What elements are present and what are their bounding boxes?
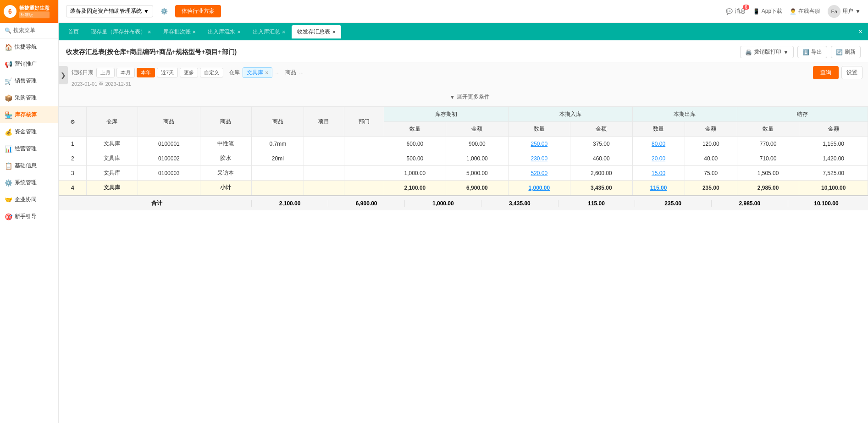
tabbar: 首页 现存量（库存分布表） × 库存批次账 × 出入库流水 × 出入库汇总 × … [59,23,868,40]
search-menu-item[interactable]: 🔍 搜索菜单 [0,23,58,38]
row-goods-spec: 0.7mm [252,137,304,151]
row-goods-spec [252,166,304,181]
date-btn-this-month[interactable]: 本月 [116,68,135,77]
user-menu[interactable]: Ea 用户 ▼ [828,5,861,18]
export-button[interactable]: ⬇️ 导出 [797,46,827,58]
main-area: 装备及固定资产辅助管理系统 ▼ ⚙️ 体验行业方案 💬 消息 6 📱 App下载… [59,0,868,423]
date-btn-more[interactable]: 更多 [180,68,198,77]
sidebar-item-inventory[interactable]: 🏪 库存核算 [0,106,58,123]
tab-inventory-dist-close[interactable]: × [148,28,151,35]
warehouse-label: 仓库 [229,69,240,77]
expand-more-row: ▼ 展开更多条件 [72,89,868,104]
tab-receive-send-label: 收发存汇总表 [297,28,330,36]
row-goods-name: 胶水 [200,151,252,166]
refresh-button[interactable]: 🔄 刷新 [831,46,861,58]
footer-balance-qty: 2,985.00 [711,200,788,207]
tab-in-out-flow-close[interactable]: × [237,28,241,35]
th-opening-amt: 金额 [446,122,508,137]
footer-values: 2,100.00 6,900.00 1,000.00 3,435.00 115.… [251,200,868,207]
sidebar-item-collab[interactable]: 🤝 企业协同 [0,191,58,208]
goods-more-dots[interactable]: ··· [299,70,304,76]
warehouse-tag-close[interactable]: × [265,70,268,76]
filter-goods-group: 商品 ··· [285,69,304,77]
export-icon: ⬇️ [802,49,809,55]
tab-in-out-summary[interactable]: 出入库汇总 × [247,25,291,38]
query-button[interactable]: 查询 [813,66,839,79]
tab-batch-ledger[interactable]: 库存批次账 × [158,25,202,38]
row-out-qty[interactable]: 115.00 [632,181,685,195]
row-goods-code: 0100002 [138,151,200,166]
sidebar-item-purchase[interactable]: 📦 采购管理 [0,89,58,106]
row-in-qty[interactable]: 1,000.00 [508,181,570,195]
date-btn-custom[interactable]: 自定义 [200,68,223,77]
row-opening-amt: 900.00 [446,137,508,151]
filter-settings-button[interactable]: 设置 [841,66,862,79]
date-btn-7days[interactable]: 近7天 [157,68,178,77]
row-department [344,137,384,151]
row-in-qty[interactable]: 230.00 [508,151,570,166]
tab-inventory-dist[interactable]: 现存量（库存分布表） × [85,25,157,38]
system-selector[interactable]: 装备及固定资产辅助管理系统 ▼ [66,5,153,17]
sidebar-item-quick-nav[interactable]: 🏠 快捷导航 [0,38,58,55]
footer-opening-amt: 6,900.00 [328,200,404,207]
collab-icon: 🤝 [5,196,12,203]
tab-batch-ledger-label: 库存批次账 [163,28,191,36]
tab-batch-ledger-close[interactable]: × [193,28,196,35]
online-service-button[interactable]: 👨‍💼 在线客服 [790,7,820,15]
th-out-amt: 金额 [685,122,737,137]
tab-receive-send[interactable]: 收发存汇总表 × [292,25,341,38]
phone-icon: 📱 [753,8,760,15]
th-settings[interactable]: ⚙ [59,107,87,137]
th-goods-spec: 商品 [252,107,304,137]
warehouse-more-dots[interactable]: ··· [275,70,280,76]
date-range-display: 2023-01-01 至 2023-12-31 [72,79,868,89]
date-btn-this-year[interactable]: 本年 [137,68,155,77]
row-opening-amt: 1,000.00 [446,151,508,166]
th-goods-code: 商品 [138,107,200,137]
row-goods-spec: 20ml [252,151,304,166]
sidebar-item-operations[interactable]: 📊 经营管理 [0,140,58,157]
th-balance-group: 结存 [737,107,868,122]
row-in-qty[interactable]: 520.00 [508,166,570,181]
sidebar-item-marketing[interactable]: 📢 营销推广 [0,55,58,72]
basic-icon: 📋 [5,162,12,170]
tab-in-out-flow-label: 出入库流水 [208,28,235,36]
close-all-tabs[interactable]: × [857,26,864,37]
row-out-amt: 235.00 [685,181,737,195]
filter-collapse-button[interactable]: ❯ [59,66,68,84]
tab-in-out-summary-close[interactable]: × [282,28,286,35]
marketing-icon: 📢 [5,60,12,68]
row-no: 4 [59,181,87,195]
sidebar-item-finance[interactable]: 💰 资金管理 [0,123,58,140]
settings-icon[interactable]: ⚙️ [158,5,171,18]
trial-button[interactable]: 体验行业方案 [175,5,221,17]
row-out-qty[interactable]: 80.00 [632,137,685,151]
tab-receive-send-close[interactable]: × [332,28,336,35]
expand-more-button[interactable]: ▼ 展开更多条件 [450,91,490,103]
print-button[interactable]: 🖨️ 拨销版打印 ▼ [740,46,794,58]
logo-text: 畅捷通好生意 标准版 [19,5,50,18]
operations-icon: 📊 [5,145,12,153]
tab-in-out-flow[interactable]: 出入库流水 × [202,25,246,38]
page-header: 收发存汇总表(按仓库+商品编码+商品+规格型号+项目+部门) 🖨️ 拨销版打印 … [59,40,868,62]
tab-home[interactable]: 首页 [62,25,84,38]
date-btn-last-month[interactable]: 上月 [96,68,115,77]
sales-icon: 🛒 [5,77,12,85]
row-warehouse: 文具库 [86,181,138,195]
app-download-button[interactable]: 📱 App下载 [753,7,782,15]
sidebar-item-system[interactable]: ⚙️ 系统管理 [0,174,58,191]
warehouse-tag: 文具库 × [243,67,272,78]
sidebar-item-guide[interactable]: 🎯 新手引导 [0,208,58,225]
row-out-qty[interactable]: 20.00 [632,151,685,166]
row-in-qty[interactable]: 250.00 [508,137,570,151]
row-balance-amt: 1,155.00 [799,137,868,151]
row-out-amt: 75.00 [685,166,737,181]
row-department [344,151,384,166]
table-container: ⚙ 仓库 商品 商品 商品 项目 部门 库存期初 本期入库 本期出库 结存 数量 [59,107,868,195]
sidebar-item-basic[interactable]: 📋 基础信息 [0,157,58,174]
sidebar-item-sales[interactable]: 🛒 销售管理 [0,72,58,89]
footer-label: 合计 [59,199,251,207]
message-button[interactable]: 💬 消息 6 [726,7,746,15]
row-out-qty[interactable]: 15.00 [632,166,685,181]
row-balance-qty: 710.00 [737,151,799,166]
